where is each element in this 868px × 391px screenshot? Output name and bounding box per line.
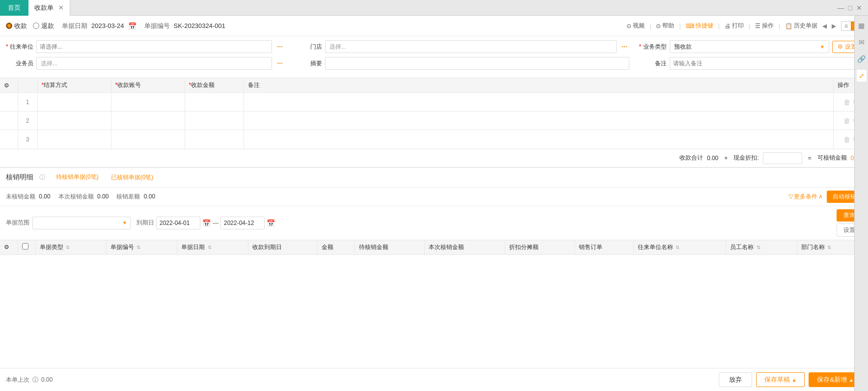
- row1-delete-icon[interactable]: 🗑: [843, 98, 850, 106]
- business-type-select[interactable]: 预收款 ▼: [670, 40, 829, 53]
- row2-index: 2: [18, 112, 37, 130]
- bottom-table-header-row: ⚙ 单据类型 ⇅ 单据编号 ⇅ 单据日期 ⇅: [0, 240, 868, 255]
- doc-no-value: SK-20230324-001: [174, 22, 226, 29]
- doc-no-sort[interactable]: ⇅: [136, 245, 140, 250]
- shop-select[interactable]: 选择...: [325, 40, 617, 53]
- minimize-btn[interactable]: —: [838, 4, 844, 12]
- row2-account[interactable]: [111, 112, 185, 130]
- save-draft-button[interactable]: 保存草稿 ▲: [756, 372, 805, 387]
- print-action[interactable]: 🖨 打印: [725, 22, 744, 30]
- video-action[interactable]: ⊙ 视频: [626, 22, 645, 30]
- sidebar-link-icon[interactable]: 🔗: [855, 53, 868, 65]
- remark-input[interactable]: [670, 57, 862, 70]
- staff-name-sort[interactable]: ⇅: [757, 245, 760, 250]
- sidebar-table-icon[interactable]: ▦: [856, 20, 867, 31]
- row3-delete-icon[interactable]: 🗑: [843, 136, 850, 143]
- doc-date-label: 单据日期: [62, 22, 87, 30]
- bottom-checkbox-header[interactable]: [18, 240, 35, 255]
- toolbar-actions: ⊙ 视频 | ⊙ 帮助 | ⌨ 快捷键 | 🖨 打印 | ☰ 操作 | 📋 历史…: [626, 21, 862, 31]
- more-conditions-btn[interactable]: ▽ 更多条件 ∧: [788, 193, 823, 201]
- shop-more-btn[interactable]: ···: [620, 43, 629, 51]
- date-to-input[interactable]: [220, 217, 265, 229]
- date-from-icon[interactable]: 📅: [202, 219, 211, 227]
- bottom-due-date-header: 收款到期日: [248, 240, 318, 255]
- range-select-arrow: ▼: [122, 220, 127, 225]
- row3-account[interactable]: [111, 130, 185, 149]
- row2-amount[interactable]: [185, 112, 244, 130]
- row2-settlement[interactable]: [37, 112, 111, 130]
- nav-prev[interactable]: ◀: [822, 23, 827, 29]
- history-action[interactable]: 📋 历史单据: [785, 22, 817, 30]
- list-view-btn[interactable]: ≡: [841, 22, 851, 30]
- operation-action[interactable]: ☰ 操作: [755, 22, 774, 30]
- summary-input[interactable]: [325, 57, 629, 70]
- refund-radio-label[interactable]: 退款: [33, 22, 54, 30]
- table-gear-header[interactable]: ⚙: [0, 78, 18, 93]
- verify-tabs: 待核销单据(0笔) 已核销单据(0笔): [51, 172, 159, 183]
- date-to-icon[interactable]: 📅: [267, 219, 275, 227]
- verify-header: 核销明细 ⓘ 待核销单据(0笔) 已核销单据(0笔): [0, 168, 868, 188]
- verify-info-icon[interactable]: ⓘ: [39, 173, 45, 182]
- row3-settlement[interactable]: [37, 130, 111, 149]
- partner-more-btn[interactable]: ···: [275, 43, 285, 51]
- pending-tab[interactable]: 待核销单据(0笔): [51, 172, 104, 183]
- dept-name-sort[interactable]: ⇅: [827, 245, 831, 250]
- form-row-2: 业务员 选择... ··· 摘要 备注: [6, 57, 862, 70]
- close-btn[interactable]: ✕: [856, 4, 862, 12]
- bottom-discount-header: 折扣分摊额: [505, 240, 574, 255]
- current-order-value: 0.00: [41, 376, 53, 383]
- row3-amount[interactable]: [185, 130, 244, 149]
- nav-next[interactable]: ▶: [832, 23, 836, 29]
- diff-stat: 核销差额 0.00: [116, 193, 155, 201]
- receipt-radio[interactable]: [6, 23, 12, 29]
- row2-remark[interactable]: [244, 112, 834, 130]
- receipt-radio-label[interactable]: 收款: [6, 22, 27, 30]
- bottom-current-amount-header: 本次核销金额: [424, 240, 505, 255]
- doc-no-info: 单据编号 SK-20230324-001: [144, 22, 226, 30]
- tab-receipt[interactable]: 收款单 ✕: [28, 0, 70, 16]
- partner-input[interactable]: [36, 40, 272, 53]
- current-verify-value: 0.00: [97, 193, 108, 200]
- up-arrow-icon: ∧: [818, 193, 823, 200]
- row2-delete-icon[interactable]: 🗑: [843, 117, 850, 125]
- footer-info-icon[interactable]: ⓘ: [32, 376, 38, 384]
- sidebar-expand-icon[interactable]: ⤢: [857, 70, 867, 82]
- window-controls: — □ ✕: [838, 4, 868, 12]
- row1-remark[interactable]: [244, 93, 834, 112]
- date-from-input[interactable]: [156, 217, 200, 229]
- form-row-1: * 往来单位 ··· 门店 选择... ··· * 业务类型 预收款 ▼: [6, 40, 862, 53]
- table-row: 1 🗑 ⧉: [0, 93, 868, 112]
- tab-close-icon[interactable]: ✕: [58, 4, 64, 11]
- doc-type-sort[interactable]: ⇅: [66, 245, 70, 250]
- bottom-doc-no-header: 单据编号 ⇅: [106, 240, 177, 255]
- bottom-gear-header[interactable]: ⚙: [0, 240, 18, 255]
- bottom-table: ⚙ 单据类型 ⇅ 单据编号 ⇅ 单据日期 ⇅: [0, 240, 868, 255]
- row1-gear: [0, 93, 18, 112]
- row1-amount[interactable]: [185, 93, 244, 112]
- form-area: * 往来单位 ··· 门店 选择... ··· * 业务类型 预收款 ▼: [0, 36, 868, 78]
- table-row: 2 🗑 ⧉: [0, 112, 868, 130]
- row1-settlement[interactable]: [37, 93, 111, 112]
- date-filter-field: 到期日 📅 — 📅: [136, 217, 275, 229]
- select-all-checkbox[interactable]: [22, 243, 28, 250]
- calendar-icon[interactable]: 📅: [128, 22, 136, 30]
- bottom-gear-icon[interactable]: ⚙: [4, 244, 9, 251]
- discount-input[interactable]: [763, 152, 802, 164]
- gear-settings-icon[interactable]: ⚙: [4, 82, 9, 89]
- staff-more-btn[interactable]: ···: [275, 59, 285, 67]
- maximize-btn[interactable]: □: [848, 4, 852, 12]
- done-tab[interactable]: 已核销单据(0笔): [106, 172, 159, 183]
- shortcut-action[interactable]: ⌨ 快捷键: [686, 22, 713, 30]
- doc-date-sort[interactable]: ⇅: [208, 245, 212, 250]
- help-action[interactable]: ⊙ 帮助: [656, 22, 674, 30]
- range-select[interactable]: ▼: [32, 217, 131, 229]
- refund-radio[interactable]: [33, 23, 39, 29]
- staff-select[interactable]: 选择...: [36, 57, 272, 70]
- range-label: 单据范围: [6, 219, 29, 227]
- discard-button[interactable]: 放弃: [719, 372, 752, 387]
- partner-name-sort[interactable]: ⇅: [676, 245, 679, 250]
- row3-remark[interactable]: [244, 130, 834, 149]
- row1-account[interactable]: [111, 93, 185, 112]
- sidebar-mail-icon[interactable]: ✉: [857, 36, 867, 48]
- tab-home[interactable]: 首页: [0, 0, 28, 16]
